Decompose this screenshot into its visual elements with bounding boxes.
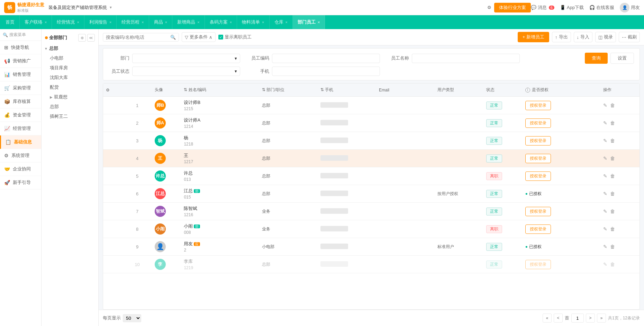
delete-btn[interactable]: 🗑 bbox=[610, 120, 615, 126]
dept-node-small-elec[interactable]: 小电部 bbox=[42, 53, 98, 63]
col-phone[interactable]: ⇅ 手机 bbox=[318, 83, 376, 97]
sidebar-item-system[interactable]: ⚙ 系统管理 bbox=[0, 149, 41, 162]
sidebar-item-operation[interactable]: 📈 经营管理 bbox=[0, 122, 41, 135]
service-icon: 🎧 bbox=[589, 5, 595, 10]
last-page-btn[interactable]: » bbox=[597, 314, 606, 323]
auth-login-btn[interactable]: 授权登录 bbox=[525, 154, 551, 163]
nav-tab-warehouse[interactable]: 仓库 × bbox=[270, 15, 293, 29]
auth-login-btn[interactable]: 授权登录 bbox=[525, 101, 551, 110]
row-status: 离职 bbox=[483, 167, 523, 185]
reset-btn[interactable]: 设置 bbox=[610, 53, 634, 64]
dept-node-zongbu[interactable]: 总部 bbox=[42, 102, 98, 112]
gear-button[interactable]: ⚙ bbox=[484, 3, 494, 12]
delete-btn[interactable]: 🗑 bbox=[610, 156, 615, 161]
edit-btn[interactable]: ✎ bbox=[603, 103, 607, 108]
dept-node-shenyang[interactable]: 沈阳大库 bbox=[42, 73, 98, 82]
prev-page-btn[interactable]: < bbox=[554, 314, 563, 323]
edit-btn[interactable]: ✎ bbox=[603, 120, 607, 126]
auth-login-btn[interactable]: 授权登录 bbox=[525, 118, 551, 128]
nav-tab-home[interactable]: 首页 bbox=[0, 15, 20, 29]
nav-tab-new-goods[interactable]: 新增商品 × bbox=[172, 15, 205, 29]
filter-dept-select[interactable]: ▾ bbox=[132, 54, 240, 63]
view-btn[interactable]: ◫ 视录 bbox=[595, 32, 616, 42]
auth-login-btn[interactable]: 授权登录 bbox=[525, 224, 551, 234]
dept-select-arrow: ▾ bbox=[235, 56, 237, 61]
filter-emp-status-select[interactable]: ▾ bbox=[132, 67, 240, 76]
delete-btn[interactable]: 🗑 bbox=[610, 209, 615, 214]
nav-tab-history[interactable]: 经营历程 × bbox=[117, 15, 149, 29]
nav-tab-profit[interactable]: 利润报告 × bbox=[84, 15, 117, 29]
show-resigned-toggle[interactable]: ✓ 显示离职员工 bbox=[218, 34, 252, 40]
auth-login-btn[interactable]: 授权登录 bbox=[525, 207, 551, 216]
dept-all[interactable]: 全部部门 bbox=[45, 35, 67, 41]
nav-tab-barcode[interactable]: 条码方案 × bbox=[205, 15, 237, 29]
col-setting[interactable]: ⚙ bbox=[103, 83, 123, 97]
sidebar-item-collab[interactable]: 🤝 企业协同 bbox=[0, 162, 41, 176]
dept-node-shuangluxiang[interactable]: ▶ 双鹿想 bbox=[42, 92, 98, 102]
auth-login-btn[interactable]: 授权登录 bbox=[525, 260, 551, 269]
sidebar-item-finance[interactable]: 💰 资金管理 bbox=[0, 108, 41, 122]
page-size-select[interactable]: 50 100 bbox=[123, 314, 141, 322]
delete-btn[interactable]: 🗑 bbox=[610, 262, 615, 267]
edit-btn[interactable]: ✎ bbox=[603, 226, 607, 232]
export-btn[interactable]: ↑ 导出 bbox=[552, 32, 571, 42]
query-btn[interactable]: 查询 bbox=[585, 53, 608, 64]
edit-btn[interactable]: ✎ bbox=[603, 173, 607, 179]
nav-tab-operation[interactable]: 经营情况 × bbox=[52, 15, 84, 29]
edit-btn[interactable]: ✎ bbox=[603, 244, 607, 249]
sidebar-item-guide[interactable]: 🚀 新手引导 bbox=[0, 176, 41, 190]
filter-emp-name-input[interactable] bbox=[412, 54, 520, 63]
auth-login-btn[interactable]: 授权登录 bbox=[525, 171, 551, 181]
page-input[interactable] bbox=[571, 314, 584, 323]
trial-button[interactable]: 体验行业方案 bbox=[494, 3, 531, 12]
sidebar-item-inventory[interactable]: 📦 库存核算 bbox=[0, 95, 41, 108]
sidebar-item-nav[interactable]: ⊞ 快捷导航 bbox=[0, 41, 41, 54]
filter-more-btn[interactable]: ▽ 更多条件 ∧ bbox=[182, 32, 216, 42]
add-employee-btn[interactable]: + 新增员工 bbox=[518, 32, 549, 42]
first-page-btn[interactable]: « bbox=[543, 314, 552, 323]
filter-phone-input[interactable] bbox=[272, 67, 380, 76]
delete-btn[interactable]: 🗑 bbox=[610, 103, 615, 108]
dept-node-headquarter-parent[interactable]: ▼ 总部 bbox=[42, 44, 98, 53]
online-service-btn[interactable]: 🎧 在线客服 bbox=[589, 5, 614, 11]
delete-btn[interactable]: 🗑 bbox=[610, 173, 615, 179]
nav-tab-employees[interactable]: 部门员工 × bbox=[293, 15, 325, 29]
row-num: 9 bbox=[123, 238, 152, 256]
nav-tab-customer[interactable]: 客户联络 × bbox=[20, 15, 52, 29]
user-menu[interactable]: 👤 用友 bbox=[620, 3, 640, 12]
dept-node-chashuwang[interactable]: 插树王二 bbox=[42, 112, 98, 121]
filter-emp-code: 员工编码 bbox=[248, 54, 380, 63]
edit-btn[interactable]: ✎ bbox=[603, 262, 607, 267]
app-download-btn[interactable]: 📱 App下载 bbox=[560, 5, 584, 11]
more-btn[interactable]: ⋯ 截刷 bbox=[619, 32, 640, 42]
col-dept[interactable]: ⇅ 部门/职位 bbox=[259, 83, 318, 97]
delete-btn[interactable]: 🗑 bbox=[610, 138, 615, 143]
edit-btn[interactable]: ✎ bbox=[603, 156, 607, 161]
edit-btn[interactable]: ✎ bbox=[603, 138, 607, 143]
import-btn[interactable]: ↓ 导入 bbox=[574, 32, 593, 42]
top-bar: 畅 畅捷通好生意 标准版 装备及固定资产辅助管理系统 ▼ ⚙ 体验行业方案 💬 … bbox=[0, 0, 644, 15]
dept-add-btn[interactable]: ⊕ bbox=[78, 34, 86, 42]
dept-node-project[interactable]: 项目库房 bbox=[42, 63, 98, 73]
nav-tab-bom[interactable]: 物料清单 × bbox=[237, 15, 269, 29]
auth-login-btn[interactable]: 授权登录 bbox=[525, 136, 551, 146]
sidebar-item-sales[interactable]: 📊 销售管理 bbox=[0, 68, 41, 81]
message-btn[interactable]: 💬 消息 6 bbox=[531, 5, 554, 11]
col-name[interactable]: ⇅ 姓名/编码 bbox=[181, 83, 259, 97]
system-title-arrow[interactable]: ▼ bbox=[109, 6, 112, 9]
edit-btn[interactable]: ✎ bbox=[603, 209, 607, 214]
nav-tab-goods[interactable]: 商品 × bbox=[149, 15, 172, 29]
delete-btn[interactable]: 🗑 bbox=[610, 244, 615, 249]
sidebar-item-basic[interactable]: 📋 基础信息 bbox=[0, 135, 41, 149]
dept-collapse-btn[interactable]: ≪ bbox=[87, 34, 95, 42]
search-input[interactable] bbox=[106, 35, 168, 40]
next-page-btn[interactable]: > bbox=[586, 314, 595, 323]
delete-btn[interactable]: 🗑 bbox=[610, 191, 615, 196]
sidebar-item-marketing[interactable]: 📢 营销推广 bbox=[0, 54, 41, 68]
sidebar-item-purchase[interactable]: 🛒 采购管理 bbox=[0, 81, 41, 95]
edit-btn[interactable]: ✎ bbox=[603, 191, 607, 196]
delete-btn[interactable]: 🗑 bbox=[610, 226, 615, 232]
filter-emp-code-input[interactable] bbox=[272, 54, 380, 63]
sidebar-search[interactable]: 🔍 搜索菜单 bbox=[0, 29, 41, 41]
dept-node-distribution[interactable]: 配货 bbox=[42, 82, 98, 92]
